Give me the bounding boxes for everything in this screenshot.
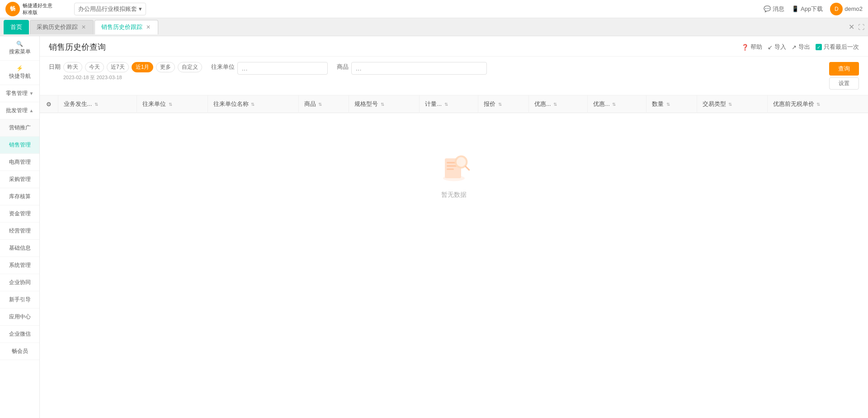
message-button[interactable]: 💬 消息 <box>764 5 784 13</box>
app-download-button[interactable]: 📱 App下载 <box>792 5 823 13</box>
sidebar-item-member[interactable]: 畅会员 <box>0 343 39 360</box>
sort-icon: ⇅ <box>169 102 172 107</box>
goods-filter-item: 商品 ... <box>337 62 487 75</box>
column-trade-type[interactable]: 交易类型 ⇅ <box>697 95 767 113</box>
column-quoted-price[interactable]: 报价 ⇅ <box>478 95 528 113</box>
help-button[interactable]: ❓ 帮助 <box>741 43 762 51</box>
filter-area: 日期 昨天 今天 近7天 近1月 更多 自定义 2023-02-18 至 202… <box>40 57 868 95</box>
sidebar-item-retail[interactable]: 零售管理 ▼ <box>0 85 39 102</box>
sales-tab-label: 销售历史价跟踪 <box>101 23 142 31</box>
sidebar-item-system[interactable]: 系统管理 <box>0 257 39 274</box>
goods-input[interactable]: ... <box>351 62 487 75</box>
import-button[interactable]: ↙ 导入 <box>768 43 786 51</box>
svg-point-6 <box>457 157 466 167</box>
tab-bar: 首页 采购历史价跟踪 ✕ 销售历史价跟踪 ✕ ✕ ⛶ <box>0 18 868 36</box>
import-icon: ↙ <box>768 44 773 51</box>
sort-icon: ⇅ <box>251 102 255 107</box>
filter-row: 日期 昨天 今天 近7天 近1月 更多 自定义 2023-02-18 至 202… <box>49 62 859 90</box>
main-layout: 🔍 搜索菜单 ⚡ 快捷导航 零售管理 ▼ 批发管理 ▲ 营销推广 销售管理 电商… <box>0 36 868 418</box>
search-icon: 🔍 <box>16 41 23 47</box>
sort-icon: ⇅ <box>816 102 820 107</box>
column-pretax-price[interactable]: 优惠前无税单价 ⇅ <box>767 95 868 113</box>
sidebar-item-search[interactable]: 🔍 搜索菜单 <box>0 36 39 61</box>
table-header-row: ⚙ 业务发生... ⇅ 往来单位 ⇅ 往来单位名称 ⇅ <box>40 95 868 113</box>
sidebar-item-wechat[interactable]: 企业微信 <box>0 326 39 343</box>
account-dropdown[interactable]: 办公用品行业模拟账套 ▾ <box>74 3 146 15</box>
tab-bar-right: ✕ ⛶ <box>849 23 864 31</box>
account-label: 办公用品行业模拟账套 <box>78 5 137 13</box>
content-area: 销售历史价查询 ❓ 帮助 ↙ 导入 ↗ 导出 ✓ 只看最后一次 <box>40 36 868 418</box>
sort-icon: ⇅ <box>381 102 384 107</box>
settings-button[interactable]: 设置 <box>829 77 859 90</box>
sidebar-item-sales-mgmt[interactable]: 销售管理 <box>0 137 39 154</box>
svg-rect-4 <box>447 168 454 170</box>
partner-input-placeholder: ... <box>241 64 247 72</box>
date-btn-today[interactable]: 今天 <box>85 62 104 72</box>
sidebar-item-finance[interactable]: 资金管理 <box>0 205 39 223</box>
sidebar-item-operations[interactable]: 经营管理 <box>0 223 39 240</box>
wholesale-expand-icon: ▲ <box>29 108 34 113</box>
date-btn-7days[interactable]: 近7天 <box>107 62 129 72</box>
date-range-text: 2023-02-18 至 2023-03-18 <box>63 74 202 81</box>
export-icon: ↗ <box>792 44 797 51</box>
maximize-icon[interactable]: ⛶ <box>858 24 864 31</box>
header-bar: 畅 畅捷通好生意 标准版 办公用品行业模拟账套 ▾ 💬 消息 📱 App下载 D… <box>0 0 868 18</box>
sidebar-item-quicknav[interactable]: ⚡ 快捷导航 <box>0 61 39 85</box>
svg-rect-3 <box>447 165 457 166</box>
chevron-down-icon: ▾ <box>139 5 142 12</box>
date-btn-custom[interactable]: 自定义 <box>178 62 202 72</box>
tab-purchase[interactable]: 采购历史价跟踪 ✕ <box>30 20 94 34</box>
tab-sales[interactable]: 销售历史价跟踪 ✕ <box>94 20 158 34</box>
column-quantity[interactable]: 数量 ⇅ <box>646 95 697 113</box>
partner-input[interactable]: ... <box>237 62 328 75</box>
column-goods[interactable]: 商品 ⇅ <box>298 95 349 113</box>
sort-icon: ⇅ <box>94 102 98 107</box>
partner-filter-item: 往来单位 ... <box>211 62 328 75</box>
column-spec[interactable]: 规格型号 ⇅ <box>349 95 420 113</box>
sidebar: 🔍 搜索菜单 ⚡ 快捷导航 零售管理 ▼ 批发管理 ▲ 营销推广 销售管理 电商… <box>0 36 40 418</box>
goods-input-placeholder: ... <box>355 64 361 72</box>
logo-area: 畅 畅捷通好生意 标准版 <box>5 2 52 16</box>
sales-tab-close[interactable]: ✕ <box>145 23 151 31</box>
date-filter-item: 日期 昨天 今天 近7天 近1月 更多 自定义 2023-02-18 至 202… <box>49 62 202 81</box>
column-partner-name[interactable]: 往来单位名称 ⇅ <box>208 95 298 113</box>
sidebar-item-newguide[interactable]: 新手引导 <box>0 291 39 309</box>
date-btn-yesterday[interactable]: 昨天 <box>63 62 82 72</box>
tab-home[interactable]: 首页 <box>4 20 29 34</box>
column-discount1[interactable]: 优惠... ⇅ <box>528 95 587 113</box>
column-partner-code[interactable]: 往来单位 ⇅ <box>137 95 208 113</box>
checkbox-icon: ✓ <box>816 44 822 50</box>
sidebar-item-wholesale[interactable]: 批发管理 ▲ <box>0 102 39 119</box>
close-window-icon[interactable]: ✕ <box>849 23 854 31</box>
date-filter: 昨天 今天 近7天 近1月 更多 自定义 2023-02-18 至 2023-0… <box>63 62 202 81</box>
sidebar-item-appcenter[interactable]: 应用中心 <box>0 309 39 326</box>
data-table: ⚙ 业务发生... ⇅ 往来单位 ⇅ 往来单位名称 ⇅ <box>40 95 868 113</box>
date-btn-1month[interactable]: 近1月 <box>132 62 154 72</box>
date-btn-more[interactable]: 更多 <box>156 62 175 72</box>
column-biz-date[interactable]: 业务发生... ⇅ <box>58 95 137 113</box>
query-button[interactable]: 查询 <box>829 62 859 76</box>
sort-icon: ⇅ <box>498 102 502 107</box>
export-button[interactable]: ↗ 导出 <box>792 43 810 51</box>
sort-icon: ⇅ <box>553 102 557 107</box>
column-discount2[interactable]: 优惠... ⇅ <box>588 95 646 113</box>
home-tab-label: 首页 <box>10 23 22 31</box>
sidebar-item-enterprise[interactable]: 企业协同 <box>0 274 39 291</box>
user-menu[interactable]: D demo2 <box>830 3 863 15</box>
purchase-tab-close[interactable]: ✕ <box>80 23 87 31</box>
column-unit[interactable]: 计量... ⇅ <box>420 95 478 113</box>
sidebar-item-inventory[interactable]: 库存核算 <box>0 188 39 205</box>
svg-line-7 <box>466 166 469 170</box>
sidebar-item-basicinfo[interactable]: 基础信息 <box>0 240 39 257</box>
only-last-checkbox[interactable]: ✓ 只看最后一次 <box>816 43 859 51</box>
empty-text: 暂无数据 <box>441 191 467 199</box>
purchase-tab-label: 采购历史价跟踪 <box>37 23 78 31</box>
sidebar-item-purchase-mgmt[interactable]: 采购管理 <box>0 171 39 188</box>
header-left: 畅 畅捷通好生意 标准版 办公用品行业模拟账套 ▾ <box>5 2 146 16</box>
column-gear[interactable]: ⚙ <box>40 95 58 113</box>
sidebar-item-ecommerce[interactable]: 电商管理 <box>0 154 39 171</box>
sort-icon: ⇅ <box>318 102 322 107</box>
date-buttons: 昨天 今天 近7天 近1月 更多 自定义 <box>63 62 202 72</box>
sidebar-item-marketing[interactable]: 营销推广 <box>0 119 39 137</box>
page-title: 销售历史价查询 <box>49 42 106 52</box>
